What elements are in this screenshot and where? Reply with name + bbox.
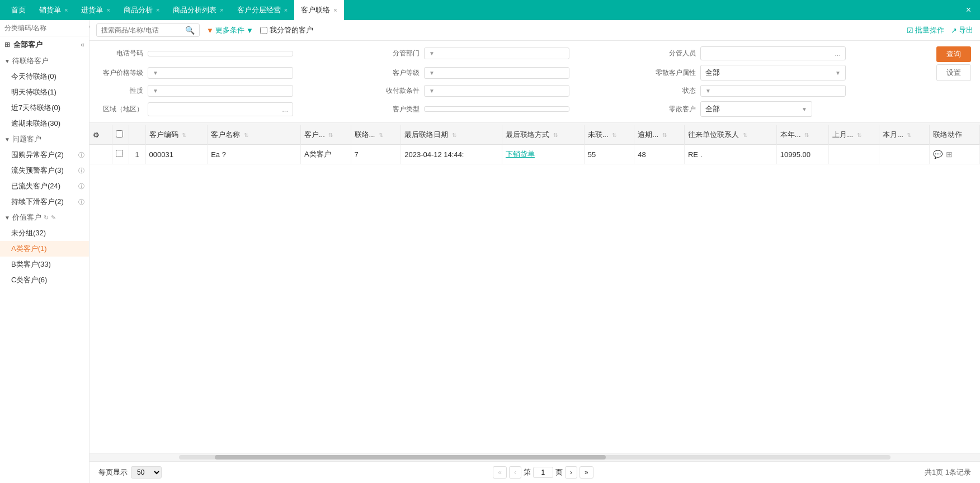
status-label: 状态: [651, 86, 696, 96]
page-number-input[interactable]: [533, 467, 553, 478]
sidebar-collapse-btn[interactable]: «: [81, 41, 84, 49]
nav-customer-contact[interactable]: 客户联络 ×: [294, 0, 343, 20]
payment-select[interactable]: ▼: [424, 85, 569, 97]
sidebar-search-input[interactable]: [4, 24, 88, 32]
more-filters-button[interactable]: ▼ 更多条件 ▼: [206, 25, 253, 35]
nav-sales[interactable]: 销货单 ×: [32, 0, 74, 20]
sidebar-item-a-class[interactable]: A类客户(1): [0, 241, 89, 257]
batch-op-button[interactable]: ☑ 批量操作: [907, 25, 944, 35]
col-last-month[interactable]: 上月... ⇅: [829, 125, 879, 145]
sidebar-item-declining[interactable]: 持续下滑客户(2) ⓘ: [0, 194, 89, 210]
grid-action-icon[interactable]: ⊞: [946, 150, 953, 159]
my-customers-checkbox[interactable]: [260, 27, 267, 34]
first-page-button[interactable]: «: [493, 466, 507, 479]
window-close-button[interactable]: ×: [962, 5, 976, 15]
col-company-contact-sort-icon: ⇅: [743, 132, 747, 138]
row-checkbox-col[interactable]: [112, 145, 129, 164]
nav-home[interactable]: 首页: [4, 0, 32, 20]
nav-analysis-list[interactable]: 商品分析列表 ×: [166, 0, 230, 20]
price-level-select[interactable]: ▼: [148, 67, 293, 79]
sidebar-item-churn-warning[interactable]: 流失预警客户(3) ⓘ: [0, 163, 89, 178]
sidebar-item-7days[interactable]: 近7天待联络(0): [0, 100, 89, 116]
nature-select[interactable]: ▼: [148, 85, 293, 97]
filter-cell-nature: 性质 ▼: [98, 85, 375, 97]
query-button[interactable]: 查询: [936, 46, 971, 62]
col-category[interactable]: 客户... ⇅: [301, 125, 351, 145]
nav-customer-tier-close[interactable]: ×: [284, 7, 288, 13]
col-this-year[interactable]: 本年... ⇅: [776, 125, 828, 145]
sidebar-item-tomorrow[interactable]: 明天待联络(1): [0, 84, 89, 100]
customer-level-select[interactable]: ▼: [424, 67, 569, 79]
sidebar-item-ungrouped[interactable]: 未分组(32): [0, 225, 89, 241]
last-page-button[interactable]: »: [579, 466, 593, 479]
prev-page-button[interactable]: ‹: [509, 466, 521, 479]
filter-search-input[interactable]: [101, 26, 185, 34]
col-company-contact[interactable]: 往来单位联系人 ⇅: [684, 125, 776, 145]
col-settings[interactable]: ⚙: [89, 125, 112, 145]
col-this-month[interactable]: 本月... ⇅: [879, 125, 929, 145]
region-select[interactable]: ...: [148, 102, 293, 116]
nav-analysis-list-close[interactable]: ×: [220, 7, 223, 13]
filter-panel: 电话号码 分管部门 ▼ 分管人员 ...: [89, 41, 980, 123]
sidebar-item-today[interactable]: 今天待联络(0): [0, 69, 89, 84]
nav-customer-contact-close[interactable]: ×: [333, 7, 337, 13]
chat-action-icon[interactable]: 💬: [933, 150, 943, 159]
sidebar-item-c-class[interactable]: C类客户(6): [0, 272, 89, 288]
last-contact-method-link[interactable]: 下销货单: [506, 150, 535, 158]
col-this-month-label: 本月...: [883, 130, 903, 139]
problem-title-label: 问题客户: [12, 134, 41, 144]
next-page-button[interactable]: ›: [565, 466, 577, 479]
col-name[interactable]: 客户名称 ⇅: [208, 125, 301, 145]
col-uncontacted[interactable]: 未联... ⇅: [584, 125, 634, 145]
customer-table: ⚙ 客户编码 ⇅ 客户名称 ⇅: [89, 125, 980, 164]
person-select[interactable]: ...: [700, 46, 846, 60]
filter-search-icon[interactable]: 🔍: [185, 26, 195, 35]
row-checkbox[interactable]: [116, 150, 123, 157]
nav-purchase[interactable]: 进货单 ×: [74, 0, 116, 20]
refresh-icon[interactable]: ↻: [44, 214, 49, 221]
sidebar-item-hoard[interactable]: 囤购异常客户(2) ⓘ: [0, 147, 89, 163]
col-checkbox[interactable]: [112, 125, 129, 145]
nav-sales-close[interactable]: ×: [64, 7, 68, 13]
edit-icon[interactable]: ✎: [51, 214, 56, 221]
nav-customer-tier[interactable]: 客户分层经营 ×: [230, 0, 294, 20]
settings-icon[interactable]: ⚙: [93, 131, 100, 139]
sidebar-item-churned[interactable]: 已流失客户(24) ⓘ: [0, 178, 89, 194]
settings-button[interactable]: 设置: [936, 64, 971, 81]
nav-purchase-close[interactable]: ×: [106, 7, 110, 13]
col-contact[interactable]: 联络... ⇅: [351, 125, 401, 145]
sidebar-section-problem-title[interactable]: ▼ 问题客户: [0, 131, 89, 147]
sidebar-item-overdue[interactable]: 逾期未联络(30): [0, 116, 89, 131]
col-action: 联络动作: [929, 125, 979, 145]
page-label: 第: [524, 467, 531, 477]
sidebar-all-customers[interactable]: ⊞ 全部客户 «: [0, 36, 89, 53]
status-select[interactable]: ▼: [700, 85, 846, 97]
horizontal-scrollbar-thumb[interactable]: [215, 455, 606, 460]
dept-select[interactable]: ▼: [424, 48, 569, 59]
sidebar-section-pending-title[interactable]: ▼ 待联络客户: [0, 53, 89, 69]
col-contact-sort-icon: ⇅: [379, 132, 383, 138]
page-size-select[interactable]: 50 20 100 200: [131, 466, 162, 479]
filter-cell-status: 状态 ▼: [651, 85, 927, 97]
phone-input[interactable]: [148, 51, 293, 56]
horizontal-scrollbar[interactable]: [179, 455, 891, 460]
col-code[interactable]: 客户编码 ⇅: [145, 125, 208, 145]
col-last-contact-date[interactable]: 最后联络日期 ⇅: [401, 125, 502, 145]
toolbar-right: ☑ 批量操作 ↗ 导出: [907, 25, 973, 35]
grid-icon: ⊞: [4, 41, 10, 49]
select-all-checkbox[interactable]: [116, 130, 123, 138]
nav-analysis[interactable]: 商品分析 ×: [117, 0, 166, 20]
hoard-label: 囤购异常客户(2): [11, 150, 64, 160]
customer-type-input[interactable]: [424, 106, 569, 112]
retail-customer-select[interactable]: 全部 ▼: [700, 101, 812, 117]
sidebar-item-b-class[interactable]: B类客户(33): [0, 257, 89, 272]
col-overdue[interactable]: 逾期... ⇅: [634, 125, 685, 145]
sidebar-section-value-title[interactable]: ▼ 价值客户 ↻ ✎: [0, 210, 89, 225]
row-uncontacted-col: 55: [584, 145, 634, 164]
nav-analysis-close[interactable]: ×: [156, 7, 159, 13]
my-customers-filter[interactable]: 我分管的客户: [260, 25, 313, 35]
row-last-contact-method-col[interactable]: 下销货单: [502, 145, 584, 164]
col-last-contact-method[interactable]: 最后联络方式 ⇅: [502, 125, 584, 145]
export-button[interactable]: ↗ 导出: [951, 25, 973, 35]
retail-attr-select[interactable]: 全部 ▼: [700, 65, 846, 80]
